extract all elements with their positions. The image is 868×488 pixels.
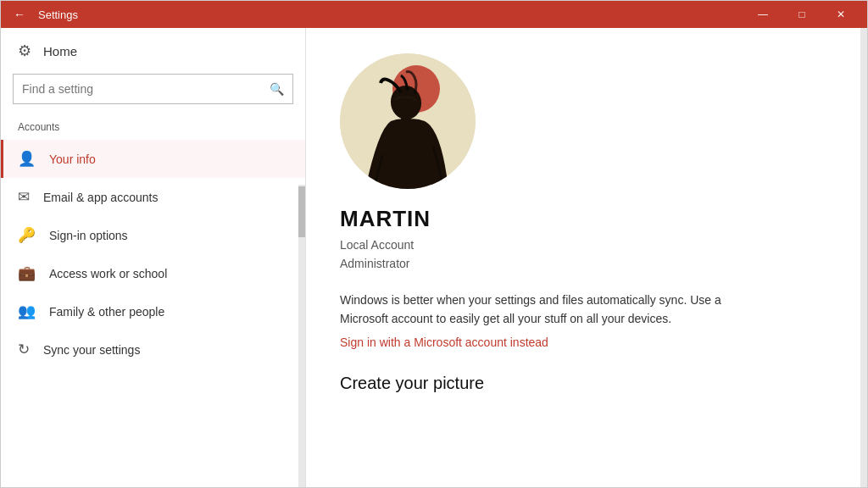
titlebar: ← Settings — □ ✕ [1, 1, 867, 28]
account-type-line2: Administrator [340, 254, 826, 273]
back-button[interactable]: ← [8, 3, 31, 26]
nav-item-family[interactable]: 👥 Family & other people [1, 292, 305, 330]
search-box: 🔍 [13, 74, 293, 104]
family-icon: 👥 [18, 302, 36, 320]
window-title: Settings [38, 8, 78, 21]
search-icon: 🔍 [270, 82, 284, 96]
home-label: Home [43, 44, 77, 58]
nav-label-sign-in: Sign-in options [49, 229, 128, 242]
minimize-button[interactable]: — [743, 1, 782, 28]
profile-avatar [340, 53, 476, 189]
close-button[interactable]: ✕ [821, 1, 860, 28]
sync-message: Windows is better when your settings and… [340, 291, 764, 329]
home-button[interactable]: ⚙ Home [1, 28, 305, 74]
nav-item-work-school[interactable]: 💼 Access work or school [1, 254, 305, 292]
accounts-section-label: Accounts [1, 116, 305, 140]
create-picture-title: Create your picture [340, 374, 826, 396]
home-icon: ⚙ [18, 42, 31, 60]
sidebar-scrollbar[interactable] [298, 185, 305, 487]
sign-in-icon: 🔑 [18, 226, 36, 244]
nav-item-sign-in[interactable]: 🔑 Sign-in options [1, 216, 305, 254]
nav-label-sync: Sync your settings [43, 343, 140, 357]
account-type: Local Account Administrator [340, 236, 826, 274]
nav-label-your-info: Your info [49, 152, 96, 166]
avatar-image [340, 53, 476, 189]
settings-window: ← Settings — □ ✕ ⚙ Home 🔍 Accounts � [0, 0, 868, 488]
content-area: ⚙ Home 🔍 Accounts 👤 Your info ✉ Email & … [1, 28, 867, 487]
nav-item-sync[interactable]: ↻ Sync your settings [1, 330, 305, 369]
sync-icon: ↻ [18, 341, 30, 358]
ms-signin-link[interactable]: Sign in with a Microsoft account instead [340, 336, 548, 349]
sidebar: ⚙ Home 🔍 Accounts 👤 Your info ✉ Email & … [1, 28, 306, 487]
work-icon: 💼 [18, 264, 36, 282]
nav-label-email-app: Email & app accounts [43, 191, 158, 204]
maximize-button[interactable]: □ [782, 1, 821, 28]
nav-item-your-info[interactable]: 👤 Your info [1, 140, 305, 178]
sidebar-scrollbar-thumb [298, 186, 305, 237]
account-type-line1: Local Account [340, 236, 826, 254]
main-content: MARTIN Local Account Administrator Windo… [306, 28, 860, 487]
username: MARTIN [340, 206, 826, 232]
window-controls: — □ ✕ [743, 1, 860, 28]
main-scrollbar[interactable] [860, 28, 867, 487]
email-icon: ✉ [18, 188, 30, 206]
nav-label-work-school: Access work or school [49, 267, 167, 280]
search-input[interactable] [22, 82, 270, 96]
nav-item-email-app[interactable]: ✉ Email & app accounts [1, 178, 305, 216]
nav-label-family: Family & other people [49, 305, 164, 319]
your-info-icon: 👤 [18, 150, 36, 168]
